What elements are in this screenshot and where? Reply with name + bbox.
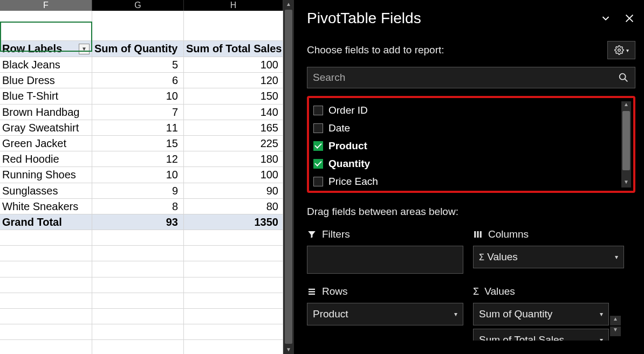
field-checkbox[interactable] bbox=[313, 177, 323, 186]
svg-point-2 bbox=[618, 49, 620, 52]
sum-quantity-header[interactable]: Sum of Quantity bbox=[92, 41, 184, 57]
filters-area-label: Filters bbox=[322, 228, 350, 240]
field-checkbox[interactable] bbox=[313, 106, 323, 115]
search-input[interactable] bbox=[313, 72, 618, 84]
gear-icon bbox=[614, 45, 624, 55]
field-checkbox[interactable] bbox=[313, 141, 323, 151]
row-label: Brown Handbag bbox=[0, 105, 92, 120]
search-icon[interactable] bbox=[618, 72, 629, 84]
pivot-data-row[interactable]: White Sneakers880 bbox=[0, 199, 283, 214]
row-qty: 8 bbox=[92, 199, 184, 214]
field-item[interactable]: Quantity bbox=[313, 155, 631, 172]
row-qty: 6 bbox=[92, 73, 184, 88]
values-area-label: Values bbox=[484, 286, 515, 297]
rows-area: Rows Product ▾ bbox=[307, 286, 463, 341]
vertical-scrollbar[interactable]: ▲ ▼ bbox=[283, 0, 294, 354]
filters-area: Filters bbox=[307, 228, 463, 277]
scroll-down-arrow-icon[interactable]: ▼ bbox=[621, 179, 631, 188]
column-header-H[interactable]: H bbox=[184, 0, 283, 11]
pivot-data-row[interactable]: Gray Sweatshirt11165 bbox=[0, 120, 283, 136]
empty-row[interactable] bbox=[0, 324, 283, 340]
grand-total-row[interactable]: Grand Total 93 1350 bbox=[0, 214, 283, 230]
row-qty: 7 bbox=[92, 105, 184, 120]
values-reorder-arrows[interactable]: ▲ ▼ bbox=[610, 316, 621, 336]
pivot-data-row[interactable]: Blue Dress6120 bbox=[0, 73, 283, 88]
pivot-data-row[interactable]: Green Jacket15225 bbox=[0, 136, 283, 151]
pivot-data-row[interactable]: Sunglasses990 bbox=[0, 183, 283, 199]
fields-settings-button[interactable]: ▾ bbox=[607, 41, 635, 59]
row-label: Blue T-Shirt bbox=[0, 88, 92, 103]
sum-total-sales-header[interactable]: Sum of Total Sales bbox=[184, 41, 283, 57]
svg-point-3 bbox=[620, 74, 626, 80]
field-item[interactable]: Order ID bbox=[313, 101, 631, 119]
field-item[interactable]: Price Each bbox=[313, 172, 631, 190]
empty-row[interactable] bbox=[0, 261, 283, 277]
rows-slot-product[interactable]: Product ▾ bbox=[307, 303, 463, 325]
row-qty: 11 bbox=[92, 120, 184, 135]
fields-scrollbar[interactable]: ▲ ▼ bbox=[621, 101, 631, 188]
row-total: 100 bbox=[184, 167, 283, 182]
empty-row[interactable] bbox=[0, 277, 283, 293]
pivot-data-row[interactable]: Black Jeans5100 bbox=[0, 57, 283, 73]
chevron-down-icon: ▾ bbox=[615, 253, 618, 261]
blank-row[interactable] bbox=[0, 11, 283, 41]
empty-row[interactable] bbox=[0, 246, 283, 261]
field-checkbox[interactable] bbox=[313, 159, 323, 169]
row-label: White Sneakers bbox=[0, 199, 92, 214]
close-icon[interactable] bbox=[624, 12, 635, 24]
pivot-data-row[interactable]: Blue T-Shirt10150 bbox=[0, 88, 283, 104]
values-area: Σ Values Sum of Quantity ▾ Sum of Total … bbox=[473, 286, 624, 341]
field-item[interactable]: Date bbox=[313, 119, 631, 137]
columns-slot-values[interactable]: Σ Values ▾ bbox=[473, 246, 624, 268]
field-item[interactable]: Product bbox=[313, 137, 631, 155]
values-slot-sum-total-sales[interactable]: Sum of Total Sales ▾ bbox=[473, 329, 609, 341]
empty-row[interactable] bbox=[0, 309, 283, 324]
chevron-down-icon: ▾ bbox=[600, 336, 603, 341]
row-total: 140 bbox=[184, 105, 283, 120]
move-down-arrow-icon[interactable]: ▼ bbox=[610, 327, 621, 336]
filter-icon bbox=[307, 230, 317, 239]
scroll-up-arrow-icon[interactable]: ▲ bbox=[621, 101, 631, 110]
grand-total-label: Grand Total bbox=[0, 214, 92, 230]
row-total: 150 bbox=[184, 88, 283, 103]
row-labels-header: Row Labels bbox=[2, 41, 62, 57]
column-header-G[interactable]: G bbox=[92, 0, 184, 11]
spreadsheet[interactable]: F G H Row Labels ▼ Sum of Quantity Sum o… bbox=[0, 0, 283, 354]
field-checkbox[interactable] bbox=[313, 123, 323, 133]
filters-dropzone[interactable] bbox=[307, 246, 463, 274]
empty-row[interactable] bbox=[0, 230, 283, 246]
move-up-arrow-icon[interactable]: ▲ bbox=[610, 316, 621, 325]
fields-list: Order IDDateProductQuantityPrice Each ▲ … bbox=[307, 96, 635, 193]
field-label: Price Each bbox=[328, 176, 378, 188]
field-label: Quantity bbox=[328, 158, 370, 170]
field-label: Date bbox=[328, 122, 350, 134]
columns-area: Columns Σ Values ▾ bbox=[473, 228, 624, 277]
collapse-chevron-icon[interactable] bbox=[600, 12, 612, 24]
scroll-down-arrow-icon[interactable]: ▼ bbox=[283, 345, 294, 354]
svg-rect-9 bbox=[309, 291, 315, 292]
scrollbar-thumb[interactable] bbox=[285, 10, 292, 344]
columns-icon bbox=[473, 230, 483, 239]
row-label: Red Hoodie bbox=[0, 151, 92, 166]
empty-row[interactable] bbox=[0, 293, 283, 309]
row-label: Gray Sweatshirt bbox=[0, 120, 92, 135]
pivot-data-row[interactable]: Running Shoes10100 bbox=[0, 167, 283, 183]
grand-total-sales: 1350 bbox=[184, 214, 283, 230]
svg-line-4 bbox=[625, 79, 627, 81]
row-qty: 15 bbox=[92, 136, 184, 151]
row-label: Black Jeans bbox=[0, 57, 92, 72]
pivot-data-row[interactable]: Red Hoodie12180 bbox=[0, 151, 283, 167]
row-labels-filter-button[interactable]: ▼ bbox=[79, 44, 90, 54]
column-header-F[interactable]: F bbox=[0, 0, 92, 11]
grand-total-qty: 93 bbox=[92, 214, 184, 230]
pivot-data-row[interactable]: Brown Handbag7140 bbox=[0, 105, 283, 120]
panel-title: PivotTable Fields bbox=[307, 10, 421, 27]
empty-row[interactable] bbox=[0, 340, 283, 354]
chevron-down-icon: ▾ bbox=[600, 310, 603, 318]
scrollbar-thumb[interactable] bbox=[622, 111, 630, 170]
row-total: 225 bbox=[184, 136, 283, 151]
pivot-header-row[interactable]: Row Labels ▼ Sum of Quantity Sum of Tota… bbox=[0, 41, 283, 57]
fields-search-box[interactable] bbox=[307, 67, 635, 88]
values-slot-sum-quantity[interactable]: Sum of Quantity ▾ bbox=[473, 303, 609, 325]
scroll-up-arrow-icon[interactable]: ▲ bbox=[283, 0, 294, 9]
